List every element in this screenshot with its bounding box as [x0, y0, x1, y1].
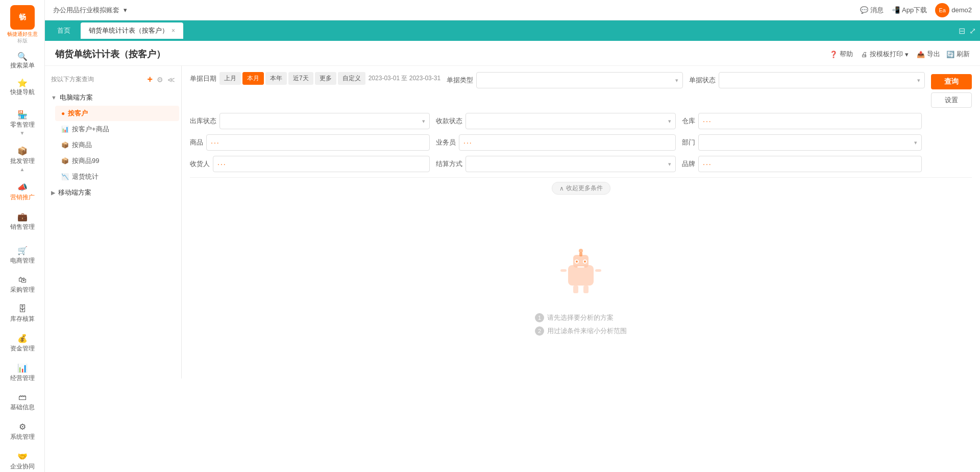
return-stats-label: 退货统计 — [72, 172, 99, 181]
receipt-status-select[interactable]: ▾ — [465, 113, 676, 129]
sidebar-item-basic[interactable]: 🗃 基础信息 — [0, 388, 44, 417]
user-menu[interactable]: Ea demo2 — [935, 3, 972, 17]
salesperson-select[interactable]: ··· — [459, 134, 676, 151]
topbar: 办公用品行业模拟账套 ▾ 💬 消息 📲 App下载 Ea demo2 — [45, 0, 980, 20]
date-btn-more[interactable]: 更多 — [315, 72, 336, 85]
help-btn[interactable]: ❓ 帮助 — [829, 50, 853, 59]
doc-type-select[interactable]: ▾ — [476, 72, 682, 88]
collapse-sidebar-icon[interactable]: ≪ — [167, 76, 175, 84]
tree-item-return-stats[interactable]: 📉 退货统计 — [55, 169, 179, 184]
date-btn-this-month[interactable]: 本月 — [242, 72, 264, 85]
return-stats-icon: 📉 — [61, 173, 69, 180]
logo-text: 畅捷通好生意 — [7, 31, 38, 37]
sidebar-item-enterprise[interactable]: 🤝 企业协同 — [0, 446, 44, 472]
search-menu-item[interactable]: 🔍 搜索菜单 — [0, 48, 44, 74]
date-btn-custom[interactable]: 自定义 — [338, 72, 365, 85]
doc-status-select[interactable]: ▾ — [719, 72, 925, 88]
finance-label: 资金管理 — [10, 344, 35, 353]
tab-minimize-icon[interactable]: ⊟ — [959, 26, 965, 36]
refresh-label: 刷新 — [957, 50, 970, 59]
salesperson-filter: 业务员 ··· — [436, 134, 676, 151]
settings-button[interactable]: 设置 — [931, 92, 972, 108]
topbar-right: 💬 消息 📲 App下载 Ea demo2 — [860, 3, 972, 17]
goods-select[interactable]: ··· — [206, 134, 430, 151]
svg-rect-8 — [577, 266, 584, 268]
print-dropdown-icon: ▾ — [905, 51, 909, 58]
tree-group-desktop-label: 电脑端方案 — [60, 93, 93, 102]
avatar: Ea — [935, 3, 949, 17]
sidebar-item-retail[interactable]: 🏪 零售管理 ▼ — [0, 105, 44, 141]
by-goods-icon: 📦 — [61, 141, 69, 149]
export-btn[interactable]: 📤 导出 — [917, 50, 940, 59]
sidebar-item-finance[interactable]: 💰 资金管理 — [0, 328, 44, 358]
refresh-btn[interactable]: 🔄 刷新 — [946, 50, 970, 59]
warehouse-label: 仓库 — [682, 116, 695, 126]
doc-type-label: 单据类型 — [447, 76, 473, 85]
inventory-icon: 🗄 — [18, 304, 27, 314]
collapse-bar: ∧ 收起更多条件 — [190, 177, 972, 199]
out-status-filter: 出库状态 ▾ — [190, 113, 430, 129]
query-button[interactable]: 查询 — [931, 74, 972, 89]
tree-item-by-goods[interactable]: 📦 按商品 — [55, 137, 179, 153]
sidebar-item-sales[interactable]: 💼 销售管理 — [0, 207, 44, 237]
quick-nav-item[interactable]: ⭐ 快捷导航 — [0, 74, 44, 101]
payment-select[interactable]: ▾ — [465, 156, 676, 172]
tree-item-by-customer[interactable]: ● 按客户 — [55, 106, 179, 121]
svg-point-14 — [579, 249, 583, 253]
app-download-btn[interactable]: 📲 App下载 — [892, 6, 927, 15]
operations-label: 经营管理 — [10, 374, 35, 383]
sidebar: 畅 畅捷通好生意 标版 🔍 搜索菜单 ⭐ 快捷导航 🏪 零售管理 ▼ 📦 批发管… — [0, 0, 45, 472]
page-header: 销货单统计计表（按客户） ❓ 帮助 🖨 按模板打印 ▾ 📤 导出 — [45, 41, 980, 66]
payment-filter: 结算方式 ▾ — [436, 156, 676, 172]
sidebar-item-ecommerce[interactable]: 🛒 电商管理 — [0, 241, 44, 270]
topbar-dropdown-icon[interactable]: ▾ — [124, 6, 127, 14]
print-template-btn[interactable]: 🖨 按模板打印 ▾ — [859, 50, 911, 59]
date-btn-this-year[interactable]: 本年 — [265, 72, 287, 85]
department-select[interactable]: ▾ — [698, 134, 922, 151]
out-status-select[interactable]: ▾ — [219, 113, 430, 129]
doc-status-label: 单据状态 — [689, 76, 716, 85]
warehouse-select[interactable]: ··· — [698, 113, 922, 129]
tree-item-by-customer-goods[interactable]: 📊 按客户+商品 — [55, 122, 179, 137]
by-goods99-icon: 📦 — [61, 157, 69, 164]
sidebar-item-purchase[interactable]: 🛍 采购管理 — [0, 270, 44, 299]
sidebar-item-inventory[interactable]: 🗄 库存核算 — [0, 299, 44, 328]
svg-rect-9 — [560, 269, 567, 272]
sidebar-item-marketing[interactable]: 📣 营销推广 — [0, 177, 44, 207]
add-scheme-icon[interactable]: + — [147, 74, 153, 85]
brand-select[interactable]: ··· — [698, 156, 922, 172]
date-range-display: 2023-03-01 至 2023-03-31 — [369, 74, 440, 83]
print-label: 按模板打印 — [870, 50, 903, 59]
tab-home[interactable]: 首页 — [49, 22, 79, 39]
doc-status-filter: 单据状态 ▾ — [689, 72, 925, 88]
settings-scheme-icon[interactable]: ⚙ — [157, 76, 163, 84]
tip-text-2: 用过滤条件来缩小分析范围 — [547, 324, 627, 338]
collapse-more-btn[interactable]: ∧ 收起更多条件 — [552, 182, 610, 195]
marketing-label: 营销推广 — [10, 193, 35, 202]
date-btn-last-7days[interactable]: 近7天 — [288, 72, 313, 85]
doc-status-arrow: ▾ — [917, 77, 920, 84]
message-btn[interactable]: 💬 消息 — [860, 6, 884, 15]
tab-expand-icon[interactable]: ⤢ — [969, 26, 976, 36]
sidebar-item-system[interactable]: ⚙ 系统管理 — [0, 417, 44, 446]
tree-group-mobile-header[interactable]: ▶ 移动端方案 — [45, 185, 181, 200]
by-goods99-label: 按商品99 — [72, 156, 99, 166]
salesperson-dots: ··· — [463, 138, 473, 147]
tip-text-1: 请先选择要分析的方案 — [547, 311, 614, 324]
filter-sidebar: 按以下方案查询 + ⚙ ≪ ▼ 电脑端方案 — [45, 66, 182, 379]
sidebar-item-operations[interactable]: 📊 经营管理 — [0, 358, 44, 388]
app-logo-icon: 畅 — [10, 5, 35, 30]
filter-row-1: 单据日期 上月 本月 本年 近7天 更多 自定义 2023-03-01 至 20… — [190, 72, 972, 108]
tree-group-desktop-header[interactable]: ▼ 电脑端方案 — [45, 90, 181, 105]
filter-main: 单据日期 上月 本月 本年 近7天 更多 自定义 2023-03-01 至 20… — [182, 66, 980, 379]
tip-num-2: 2 — [535, 326, 544, 336]
consignee-select[interactable]: ··· — [213, 156, 430, 172]
empty-state: 1 请先选择要分析的方案 2 用过滤条件来缩小分析范围 — [190, 199, 972, 379]
tab-close-btn[interactable]: × — [172, 27, 175, 34]
goods-dots: ··· — [211, 138, 220, 147]
sidebar-item-wholesale[interactable]: 📦 批发管理 ▲ — [0, 141, 44, 177]
ecommerce-icon: 🛒 — [17, 246, 28, 255]
tab-sales-report[interactable]: 销货单统计计表（按客户） × — [81, 22, 183, 39]
date-btn-last-month[interactable]: 上月 — [219, 72, 241, 85]
tree-item-by-goods99[interactable]: 📦 按商品99 — [55, 153, 179, 169]
